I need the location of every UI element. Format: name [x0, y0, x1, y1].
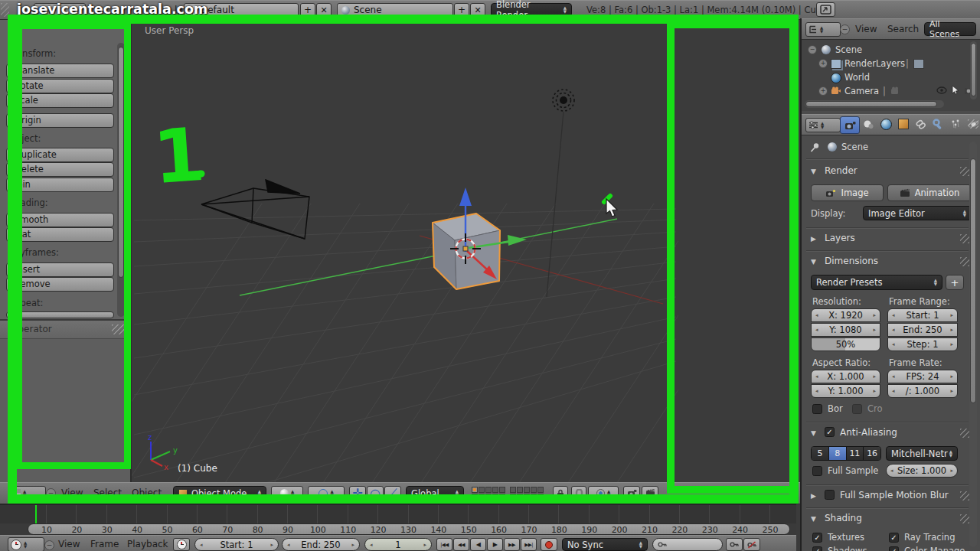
operator-panel-label[interactable]: Operator [11, 324, 52, 334]
outliner-row-renderlayers[interactable]: + RenderLayers | [802, 57, 980, 70]
fsmb-panel-header[interactable]: ▶ ✓ Full Sample Motion Blur [802, 489, 980, 503]
play-button[interactable]: ▶ [487, 538, 503, 551]
properties-scrollbar[interactable] [969, 142, 977, 547]
lamp-object[interactable] [547, 90, 574, 297]
fps-field[interactable]: ◂FPS: 24▸ [887, 370, 958, 383]
tab-object[interactable] [898, 119, 909, 129]
antialiasing-panel-header[interactable]: ▼ ✓ Anti-Aliasing [802, 426, 980, 440]
editor-type-selector[interactable]: ▲▼ [8, 537, 44, 551]
remove-keyframe-button[interactable]: Remove [6, 277, 114, 292]
snap-element-dropdown[interactable]: ▲▼ [588, 486, 619, 500]
expand-toggle-icon[interactable]: − [808, 45, 817, 54]
render-presets-dropdown[interactable]: Render Presets ▲▼ [811, 275, 942, 290]
outliner-camera-label[interactable]: Camera [844, 86, 879, 96]
panel-drag-grip[interactable] [112, 324, 126, 334]
jump-to-start-button[interactable]: |◀◀ [436, 538, 452, 551]
origin-button[interactable]: Origin [6, 113, 114, 128]
aa-samples-segment[interactable]: 5 8 11 16 [811, 446, 881, 461]
outliner-renderlayers-label[interactable]: RenderLayers [844, 58, 905, 69]
tab-constraints[interactable] [915, 119, 926, 130]
repeat-last-button[interactable] [6, 311, 114, 318]
outliner-v-scrollbar[interactable] [970, 41, 977, 99]
outliner-world-label[interactable]: World [844, 72, 870, 83]
render-engine-dropdown[interactable]: Blender Render ▲▼ [491, 3, 572, 17]
render-opengl-button[interactable] [623, 486, 640, 500]
current-frame-line[interactable] [35, 505, 37, 523]
tab-modifiers[interactable] [933, 119, 944, 130]
checkbox-icon[interactable]: ✓ [825, 490, 835, 500]
checkbox-icon[interactable]: ✓ [825, 427, 835, 437]
next-keyframe-button[interactable]: ▶▶ [504, 538, 520, 551]
full-sample-checkbox[interactable]: ✓Full Sample [812, 465, 878, 476]
outliner-row-world[interactable]: World [802, 70, 980, 84]
scale-button[interactable]: Scale [6, 93, 114, 108]
frame-step-field[interactable]: ◂Step: 1▸ [887, 337, 958, 351]
outliner-row-scene[interactable]: − Scene [802, 43, 980, 57]
manipulator-scale-button[interactable]: ⟋ [384, 486, 401, 500]
play-reverse-button[interactable]: ◀ [470, 538, 486, 551]
collapse-menus-icon[interactable]: − [44, 540, 54, 550]
render-animation-button[interactable]: Animation [887, 184, 972, 201]
manipulator-translate-button[interactable]: ✛ [349, 486, 366, 500]
select-menu[interactable]: Select [93, 487, 122, 498]
aa-samples-11[interactable]: 11 [847, 447, 864, 460]
snap-magnet-button[interactable] [571, 486, 586, 500]
insert-keyframes-button[interactable] [726, 538, 743, 551]
translate-button[interactable]: Translate [6, 64, 114, 78]
add-layout-button[interactable]: + [300, 3, 315, 17]
timeline-view-menu[interactable]: View [58, 539, 80, 549]
layers-grid-1[interactable] [472, 487, 505, 500]
aa-samples-16[interactable]: 16 [864, 447, 880, 460]
border-checkbox[interactable]: ✓Bor [812, 403, 843, 414]
smooth-button[interactable]: Smooth [6, 213, 114, 227]
flat-button[interactable]: Flat [6, 227, 114, 242]
timeline-playback-menu[interactable]: Playback [127, 539, 168, 549]
prev-keyframe-button[interactable]: ◀◀ [453, 538, 469, 551]
add-scene-button[interactable]: + [454, 3, 469, 17]
display-dropdown[interactable]: Image Editor ▲▼ [863, 206, 972, 220]
render-image-button[interactable]: Image [811, 184, 884, 201]
rotate-button[interactable]: Rotate [6, 79, 114, 93]
frame-end-field[interactable]: ◂End: 250▸ [282, 538, 360, 551]
viewport-shading-dropdown[interactable]: ▲▼ [271, 486, 303, 500]
tab-render[interactable] [840, 116, 860, 134]
duplicate-button[interactable]: Duplicate [6, 148, 114, 162]
tab-scene[interactable] [863, 119, 874, 130]
use-preview-range-button[interactable] [173, 538, 190, 551]
expand-toggle-icon[interactable]: + [818, 86, 828, 96]
tab-world[interactable] [880, 119, 892, 130]
shadows-checkbox[interactable]: ✓Shadows [812, 546, 867, 551]
resolution-percent-slider[interactable]: 50% [811, 337, 880, 351]
delete-layout-button[interactable]: ✕ [316, 3, 332, 17]
outliner-row-camera[interactable]: + Camera | [802, 84, 980, 98]
frame-start-field[interactable]: ◂Start: 1▸ [194, 538, 279, 551]
outliner-scene-label[interactable]: Scene [835, 44, 862, 55]
window-resize-grip[interactable] [1, 3, 9, 17]
frame-end-field[interactable]: ◂End: 250▸ [887, 323, 958, 337]
aa-samples-5[interactable]: 5 [812, 447, 829, 460]
tab-particles[interactable] [950, 119, 962, 130]
shelf-scrollbar[interactable] [117, 43, 125, 317]
record-button[interactable] [541, 538, 557, 551]
join-button[interactable]: Join [6, 178, 114, 192]
outliner-search-menu[interactable]: Search [887, 24, 919, 34]
timeline-frame-menu[interactable]: Frame [90, 539, 119, 549]
timeline-scrollbar[interactable]: 1020304050607080901001101201301401501601… [28, 523, 790, 535]
scene-dropdown[interactable]: Scene [337, 3, 453, 17]
keying-set-field[interactable] [652, 538, 723, 551]
outliner-h-scrollbar[interactable] [805, 100, 944, 108]
frame-start-field[interactable]: ◂Start: 1▸ [887, 308, 958, 322]
window-duplicate-icon[interactable] [816, 2, 835, 17]
panel-drag-grip[interactable] [968, 119, 978, 129]
delete-keyframes-button[interactable] [743, 538, 760, 551]
layers-panel-header[interactable]: ▶ Layers [802, 232, 980, 246]
sync-mode-dropdown[interactable]: No Sync ▲▼ [562, 538, 648, 551]
collapse-menus-icon[interactable]: − [46, 488, 56, 498]
delete-button[interactable]: Delete [6, 162, 114, 177]
aspect-x-field[interactable]: ◂X: 1.000▸ [811, 370, 880, 383]
timeline-ruler[interactable] [0, 505, 796, 523]
insert-keyframe-button[interactable]: Insert [6, 262, 114, 277]
outliner-filter-dropdown[interactable]: All Scenes [924, 22, 976, 36]
mode-dropdown[interactable]: Object Mode ▲▼ [173, 486, 266, 500]
resolution-x-field[interactable]: ◂X: 1920▸ [811, 308, 880, 322]
